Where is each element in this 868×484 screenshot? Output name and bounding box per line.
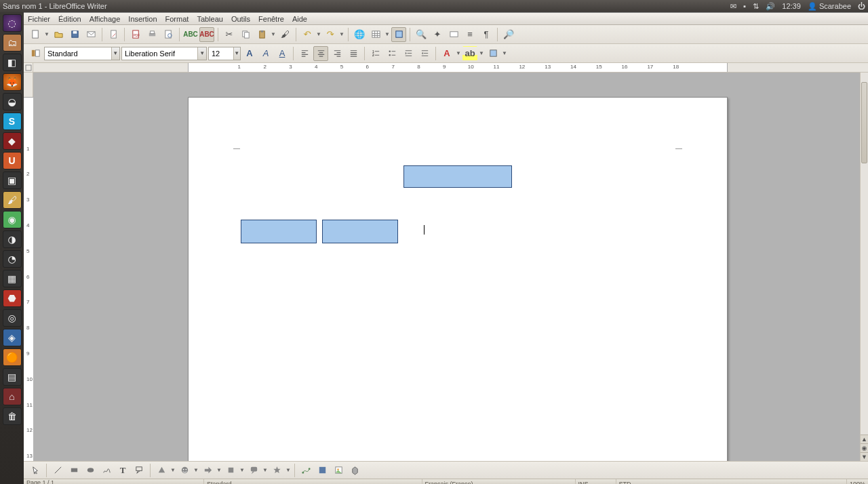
tray-user[interactable]: 👤 Scarabee — [808, 2, 851, 11]
undo-dropdown[interactable]: ▼ — [316, 31, 321, 37]
launcher-app-8[interactable]: ▦ — [3, 270, 22, 287]
datasources-button[interactable]: ≡ — [462, 27, 477, 42]
line-tool-button[interactable] — [50, 463, 65, 478]
page[interactable] — [188, 97, 728, 461]
select-tool-button[interactable] — [28, 463, 43, 478]
menu-fenetre[interactable]: Fenêtre — [258, 15, 284, 23]
launcher-skype[interactable]: S — [3, 113, 22, 130]
text-tool-button[interactable]: T — [115, 463, 130, 478]
flowchart-button[interactable] — [223, 463, 238, 478]
table-button[interactable] — [368, 27, 383, 42]
menu-outils[interactable]: Outils — [231, 15, 250, 23]
redo-button[interactable]: ↷ — [323, 27, 338, 42]
font-name-combo[interactable]: ▼ — [121, 47, 207, 60]
tray-battery-icon[interactable]: ▪ — [743, 2, 746, 10]
launcher-app-1[interactable]: ◧ — [3, 54, 22, 71]
block-arrows-dropdown[interactable]: ▼ — [216, 467, 222, 473]
increase-indent-button[interactable] — [401, 46, 416, 61]
ellipse-tool-button[interactable] — [83, 463, 98, 478]
tray-mail-icon[interactable]: ✉ — [730, 2, 736, 11]
font-color-button[interactable]: A — [439, 46, 454, 61]
new-doc-dropdown[interactable]: ▼ — [44, 31, 50, 37]
launcher-trash[interactable]: 🗑 — [3, 407, 22, 425]
bold-button[interactable]: A — [242, 46, 257, 61]
launcher-app-4[interactable]: 🖌 — [3, 191, 22, 209]
menu-aide[interactable]: Aide — [292, 15, 307, 23]
print-button[interactable] — [144, 27, 159, 42]
launcher-app-2[interactable]: ◒ — [3, 93, 22, 110]
redo-dropdown[interactable]: ▼ — [339, 31, 344, 37]
cut-button[interactable]: ✂ — [222, 27, 237, 42]
callouts-dropdown[interactable]: ▼ — [262, 467, 268, 473]
horizontal-ruler[interactable]: 123456789101112131415161718 — [33, 63, 868, 72]
launcher-terminal[interactable]: ▣ — [3, 172, 22, 189]
font-size-combo[interactable]: ▼ — [208, 47, 241, 60]
menu-fichier[interactable]: Fichier — [28, 15, 50, 23]
menu-insertion[interactable]: Insertion — [128, 15, 157, 23]
undo-button[interactable]: ↶ — [300, 27, 315, 42]
tray-volume-icon[interactable]: 🔊 — [766, 2, 775, 11]
table-dropdown[interactable]: ▼ — [384, 31, 390, 37]
launcher-ubuntuone[interactable]: U — [3, 152, 22, 169]
hyperlink-button[interactable]: 🌐 — [352, 27, 367, 42]
basic-shapes-button[interactable] — [154, 463, 169, 478]
print-preview-button[interactable] — [161, 27, 176, 42]
font-name-arrow[interactable]: ▼ — [197, 47, 206, 60]
copy-button[interactable] — [238, 27, 253, 42]
spellcheck-button[interactable]: ABC — [183, 27, 198, 42]
launcher-app-3[interactable]: ◆ — [3, 132, 22, 150]
menu-affichage[interactable]: Affichage — [90, 15, 121, 23]
font-size-arrow[interactable]: ▼ — [233, 47, 240, 60]
launcher-app-10[interactable]: ◎ — [3, 309, 22, 327]
symbol-shapes-button[interactable] — [177, 463, 192, 478]
callouts-button[interactable] — [246, 463, 261, 478]
format-paintbrush-button[interactable]: 🖌 — [277, 27, 292, 42]
block-arrows-button[interactable] — [200, 463, 215, 478]
launcher-app-13[interactable]: ▤ — [3, 368, 22, 386]
stars-button[interactable] — [269, 463, 284, 478]
font-color-dropdown[interactable]: ▼ — [456, 50, 461, 56]
tray-power-icon[interactable]: ⏻ — [858, 2, 865, 10]
new-doc-button[interactable] — [28, 27, 43, 42]
font-size-input[interactable] — [209, 49, 233, 58]
launcher-app-12[interactable]: 🟠 — [3, 348, 22, 366]
extrusion-button[interactable] — [347, 463, 362, 478]
vertical-ruler[interactable]: 1234567891011121314 — [24, 73, 33, 461]
align-justify-button[interactable] — [346, 46, 361, 61]
align-center-button[interactable] — [313, 46, 328, 61]
styles-button[interactable] — [28, 46, 43, 61]
launcher-app-5[interactable]: ◉ — [3, 211, 22, 228]
paragraph-style-input[interactable] — [45, 49, 111, 58]
page-nav-button[interactable]: ◉ — [861, 443, 868, 452]
page-down-button[interactable]: ▼ — [861, 452, 868, 461]
bullets-button[interactable] — [384, 46, 399, 61]
open-button[interactable] — [51, 27, 66, 42]
launcher-app-11[interactable]: ◈ — [3, 329, 22, 346]
align-left-button[interactable] — [297, 46, 312, 61]
menu-tableau[interactable]: Tableau — [197, 15, 223, 23]
show-draw-button[interactable] — [391, 27, 406, 42]
italic-button[interactable]: A — [258, 46, 273, 61]
highlight-button[interactable]: ab — [462, 46, 477, 61]
paste-button[interactable] — [254, 27, 269, 42]
launcher-dash[interactable]: ◌ — [3, 14, 22, 32]
find-button[interactable]: 🔍 — [414, 27, 429, 42]
shape-rect-2[interactable] — [241, 220, 317, 243]
nonprinting-button[interactable]: ¶ — [479, 27, 494, 42]
tray-clock[interactable]: 12:39 — [782, 2, 801, 10]
launcher-files[interactable]: 🗂 — [3, 34, 22, 52]
zoom-button[interactable]: 🔎 — [501, 27, 516, 42]
decrease-indent-button[interactable] — [417, 46, 432, 61]
menu-format[interactable]: Format — [165, 15, 189, 23]
underline-button[interactable]: A — [275, 46, 290, 61]
callout-tool-button[interactable] — [132, 463, 146, 478]
tray-network-icon[interactable]: ⇅ — [753, 2, 759, 11]
points-button[interactable] — [298, 463, 313, 478]
gallery-button[interactable] — [446, 27, 461, 42]
paragraph-style-arrow[interactable]: ▼ — [111, 47, 119, 60]
navigator-button[interactable]: ✦ — [430, 27, 445, 42]
align-right-button[interactable] — [330, 46, 344, 61]
shape-rect-3[interactable] — [322, 220, 398, 243]
paragraph-style-combo[interactable]: ▼ — [44, 47, 120, 60]
launcher-app-9[interactable]: ⬣ — [3, 289, 22, 307]
